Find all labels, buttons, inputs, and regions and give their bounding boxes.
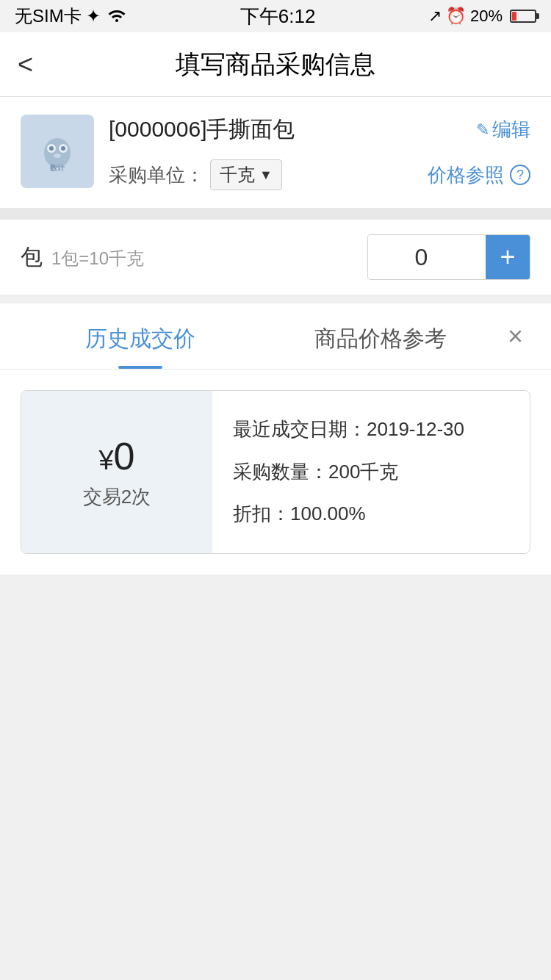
status-bar: 无SIM卡 ✦ 下午6:12 ↗ ⏰ 20% (0, 0, 551, 32)
back-button[interactable]: < (18, 49, 33, 80)
product-row: 数计 [0000006]手撕面包 ✎ 编辑 采购单位： 千克 ▼ (21, 115, 530, 190)
svg-point-5 (54, 154, 61, 158)
history-card: ¥0 交易2次 最近成交日期：2019-12-30 采购数量：200千克 折扣：… (21, 390, 530, 554)
quantity-plus-button[interactable]: + (486, 235, 530, 279)
edit-icon: ✎ (476, 120, 489, 140)
history-details-panel: 最近成交日期：2019-12-30 采购数量：200千克 折扣：100.00% (212, 391, 530, 553)
price-ref-button[interactable]: 价格参照 ? (428, 162, 530, 188)
quantity-input[interactable] (368, 235, 486, 279)
product-card: 数计 [0000006]手撕面包 ✎ 编辑 采购单位： 千克 ▼ (0, 97, 551, 208)
product-header: [0000006]手撕面包 ✎ 编辑 (109, 115, 530, 145)
unit-label: 采购单位： (109, 162, 204, 188)
svg-text:数计: 数计 (49, 164, 65, 172)
svg-point-3 (49, 146, 54, 151)
history-price-value: ¥0 (99, 434, 135, 478)
history-detail-quantity: 采购数量：200千克 (233, 457, 509, 488)
section-divider (0, 208, 551, 220)
battery-icon (510, 10, 536, 23)
product-unit-row: 采购单位： 千克 ▼ 价格参照 ? (109, 159, 530, 190)
unit-select[interactable]: 千克 ▼ (210, 159, 282, 190)
history-detail-date: 最近成交日期：2019-12-30 (233, 414, 509, 445)
page-title: 填写商品采购信息 (176, 48, 375, 82)
tab-close-button[interactable]: × (500, 314, 530, 359)
history-trades-count: 交易2次 (83, 484, 151, 510)
history-detail-discount: 折扣：100.00% (233, 499, 509, 530)
tab-history-price[interactable]: 历史成交价 (21, 303, 260, 369)
quantity-left: 包 1包=10千克 (21, 242, 144, 273)
product-image: 数计 (21, 115, 94, 188)
tab-content: ¥0 交易2次 最近成交日期：2019-12-30 采购数量：200千克 折扣：… (0, 370, 551, 574)
currency-symbol: ¥ (99, 445, 114, 475)
tab-product-price-ref[interactable]: 商品价格参考 (260, 303, 500, 369)
status-left: 无SIM卡 ✦ (15, 4, 127, 28)
tab-active-indicator (118, 366, 162, 369)
wifi-icon (107, 6, 127, 26)
product-name: [0000006]手撕面包 (109, 115, 295, 145)
help-icon: ? (510, 165, 530, 185)
tab-bar: 历史成交价 商品价格参考 × (0, 303, 551, 370)
status-right: ↗ ⏰ 20% (428, 7, 536, 26)
quantity-hint: 1包=10千克 (51, 247, 144, 270)
svg-point-4 (61, 146, 65, 151)
status-time: 下午6:12 (240, 4, 316, 29)
unit-selector-group: 采购单位： 千克 ▼ (109, 159, 282, 190)
product-info: [0000006]手撕面包 ✎ 编辑 采购单位： 千克 ▼ 价格参照 ? (109, 115, 530, 190)
alarm-icon: ⏰ (446, 7, 466, 26)
main-background (0, 574, 551, 980)
carrier-text: 无SIM卡 ✦ (15, 4, 101, 28)
location-icon: ↗ (428, 7, 442, 26)
chevron-down-icon: ▼ (259, 167, 273, 183)
battery-percent: 20% (470, 7, 503, 26)
quantity-control: + (367, 234, 530, 280)
edit-button[interactable]: ✎ 编辑 (476, 117, 530, 143)
tab-panel: 历史成交价 商品价格参考 × ¥0 交易2次 最近成交日期：2019-12-30… (0, 303, 551, 574)
quantity-row: 包 1包=10千克 + (0, 220, 551, 295)
nav-bar: < 填写商品采购信息 (0, 32, 551, 97)
quantity-unit-label: 包 (21, 242, 43, 273)
svg-point-0 (44, 138, 71, 167)
history-price-panel: ¥0 交易2次 (21, 391, 212, 553)
